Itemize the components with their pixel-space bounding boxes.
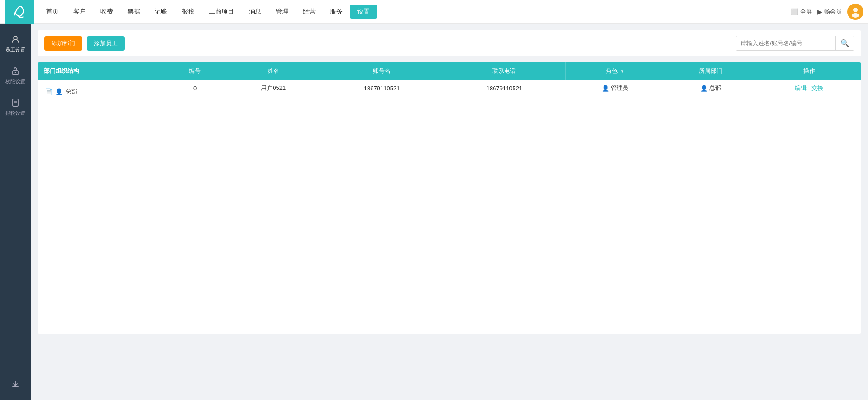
cell-actions: 编辑 交接 bbox=[757, 80, 861, 97]
person-icon bbox=[10, 34, 20, 44]
col-header-action: 操作 bbox=[757, 62, 861, 80]
search-button[interactable]: 🔍 bbox=[835, 36, 854, 50]
sidebar-item-employee[interactable]: 员工设置 bbox=[0, 28, 31, 60]
sidebar-item-permission[interactable]: 权限设置 bbox=[0, 60, 31, 91]
download-icon bbox=[10, 379, 20, 389]
svg-point-4 bbox=[15, 72, 16, 73]
nav-menu: 首页 客户 收费 票据 记账 报税 工商项目 消息 管理 经营 服务 设置 bbox=[39, 5, 791, 19]
member-btn[interactable]: ▶ 畅会员 bbox=[817, 8, 842, 16]
nav-business[interactable]: 工商项目 bbox=[202, 5, 241, 19]
top-navigation: 首页 客户 收费 票据 记账 报税 工商项目 消息 管理 经营 服务 设置 ⬜ … bbox=[0, 0, 868, 24]
avatar[interactable] bbox=[847, 4, 863, 20]
nav-service[interactable]: 服务 bbox=[323, 5, 350, 19]
col-header-id: 编号 bbox=[164, 62, 226, 80]
col-header-name: 姓名 bbox=[226, 62, 321, 80]
member-icon: ▶ bbox=[817, 8, 822, 15]
nav-invoice[interactable]: 票据 bbox=[120, 5, 147, 19]
svg-rect-9 bbox=[12, 386, 19, 387]
nav-accounting[interactable]: 记账 bbox=[147, 5, 175, 19]
employee-table: 编号 姓名 账号名 联系电话 角色 ▼ 所属部门 操作 bbox=[164, 62, 861, 97]
nav-settings[interactable]: 设置 bbox=[350, 5, 377, 19]
nav-management[interactable]: 管理 bbox=[269, 5, 296, 19]
dept-name: 总部 bbox=[66, 88, 77, 96]
role-label: 管理员 bbox=[611, 84, 628, 92]
svg-point-0 bbox=[853, 8, 858, 12]
nav-client[interactable]: 客户 bbox=[66, 5, 93, 19]
logo bbox=[5, 0, 34, 24]
search-icon: 🔍 bbox=[840, 39, 849, 47]
nav-operation[interactable]: 经营 bbox=[296, 5, 323, 19]
cell-role: 👤 管理员 bbox=[566, 80, 665, 97]
search-input[interactable] bbox=[736, 37, 835, 49]
role-user-icon: 👤 bbox=[602, 85, 609, 92]
employee-table-wrapper: 编号 姓名 账号名 联系电话 角色 ▼ 所属部门 操作 bbox=[164, 62, 861, 334]
department-tree: 部门组织结构 📄 👤 总部 bbox=[38, 62, 164, 334]
role-badge: 👤 管理员 bbox=[602, 84, 628, 92]
nav-billing[interactable]: 收费 bbox=[93, 5, 120, 19]
add-department-button[interactable]: 添加部门 bbox=[44, 36, 82, 51]
role-filter-icon: ▼ bbox=[620, 69, 624, 74]
nav-home[interactable]: 首页 bbox=[39, 5, 66, 19]
transfer-link[interactable]: 交接 bbox=[811, 85, 823, 91]
svg-point-1 bbox=[852, 13, 859, 18]
dept-cell-label: 总部 bbox=[709, 84, 721, 92]
dept-tree-header: 部门组织结构 bbox=[38, 62, 164, 80]
dept-tree-body: 📄 👤 总部 bbox=[38, 80, 164, 104]
search-box: 🔍 bbox=[736, 36, 854, 51]
add-employee-button[interactable]: 添加员工 bbox=[87, 36, 125, 51]
col-header-phone: 联系电话 bbox=[443, 62, 566, 80]
cell-dept: 👤 总部 bbox=[665, 80, 757, 97]
report-icon bbox=[10, 98, 20, 108]
dept-cell-badge: 👤 总部 bbox=[700, 84, 721, 92]
sidebar-permission-label: 权限设置 bbox=[5, 78, 25, 85]
edit-link[interactable]: 编辑 bbox=[795, 85, 807, 91]
fullscreen-label: 全屏 bbox=[800, 8, 812, 16]
col-header-account: 账号名 bbox=[321, 62, 443, 80]
cell-phone: 18679110521 bbox=[443, 80, 566, 97]
content-area: 添加部门 添加员工 🔍 部门组织结构 📄 👤 总部 bbox=[31, 24, 868, 400]
table-row: 0 用户0521 18679110521 18679110521 👤 管理员 bbox=[164, 80, 861, 97]
main-layout: 员工设置 权限设置 报税设置 bbox=[0, 24, 868, 400]
lock-icon bbox=[10, 66, 20, 76]
cell-account: 18679110521 bbox=[321, 80, 443, 97]
sidebar: 员工设置 权限设置 报税设置 bbox=[0, 24, 31, 400]
sidebar-employee-label: 员工设置 bbox=[5, 47, 25, 53]
main-panel: 部门组织结构 📄 👤 总部 编号 姓名 账号名 bbox=[38, 62, 861, 334]
col-header-role[interactable]: 角色 ▼ bbox=[566, 62, 665, 80]
fullscreen-btn[interactable]: ⬜ 全屏 bbox=[791, 8, 812, 16]
toolbar: 添加部门 添加员工 🔍 bbox=[38, 30, 861, 56]
nav-tax[interactable]: 报税 bbox=[175, 5, 202, 19]
sidebar-item-tax-settings[interactable]: 报税设置 bbox=[0, 91, 31, 123]
sidebar-item-download[interactable] bbox=[0, 373, 31, 395]
cell-name: 用户0521 bbox=[226, 80, 321, 97]
col-header-dept: 所属部门 bbox=[665, 62, 757, 80]
member-label: 畅会员 bbox=[824, 8, 842, 16]
dept-user-icon-cell: 👤 bbox=[700, 85, 708, 92]
cell-id: 0 bbox=[164, 80, 226, 97]
fullscreen-icon: ⬜ bbox=[791, 8, 798, 15]
dept-user-icon: 👤 bbox=[55, 88, 63, 95]
dept-item-general[interactable]: 📄 👤 总部 bbox=[38, 84, 164, 99]
file-icon: 📄 bbox=[45, 88, 52, 95]
nav-message[interactable]: 消息 bbox=[241, 5, 269, 19]
nav-right-actions: ⬜ 全屏 ▶ 畅会员 bbox=[791, 4, 863, 20]
sidebar-taxsettings-label: 报税设置 bbox=[5, 110, 25, 117]
